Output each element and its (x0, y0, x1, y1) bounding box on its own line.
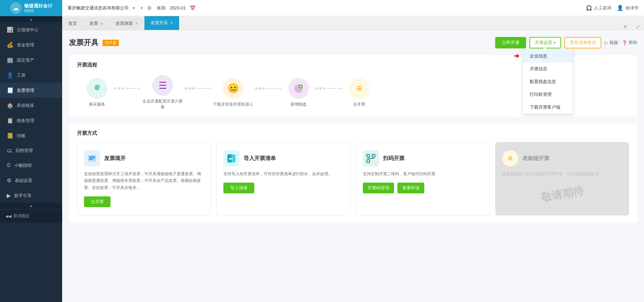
sidebar-item-fund[interactable]: 💰 资金管理 (0, 37, 62, 52)
video-label[interactable]: 视频 (609, 40, 618, 46)
company-dropdown-icon[interactable]: ▾ (133, 6, 135, 10)
flow-step-config: ☰ 企业开通配置开票六要素 (141, 75, 184, 110)
play-icon[interactable]: ▷ (605, 40, 608, 45)
sidebar-item-settlement[interactable]: 📒 结账 (0, 128, 62, 143)
step-download-label: 下载并安装开票机器人 (213, 102, 253, 107)
app-subtitle: 旗舰版 (24, 8, 52, 13)
archive-icon: 🗂 (7, 148, 12, 154)
settlement-icon: 📒 (7, 133, 13, 139)
sidebar-item-invoice[interactable]: 🧾 发票管理 (0, 83, 62, 98)
boss-invoice-icon: ≡ (502, 150, 518, 166)
svg-rect-11 (89, 159, 93, 160)
tab-maximize-btn[interactable]: ⤢ (632, 24, 644, 30)
tab-invoice-open-close[interactable]: ✕ (170, 21, 173, 25)
svg-text:⇤: ⇤ (229, 156, 233, 161)
settings-btn[interactable]: 开票设置 ▾ (529, 37, 561, 48)
settings-sidebar-icon: ⚙ (7, 177, 11, 184)
sidebar-label-fixed-assets: 固定资产 (17, 57, 34, 63)
guide-icon: ▶ (7, 192, 11, 199)
svg-rect-15 (367, 154, 370, 157)
sidebar-scroll-down[interactable]: ▼ (0, 203, 62, 209)
tab-invoice-close[interactable]: ✕ (100, 22, 103, 26)
help-label[interactable]: 帮助 (629, 40, 637, 46)
dropdown-item-download-client[interactable]: 下载开票客户端 (523, 101, 573, 114)
flow-step-download: 😐 下载并安装开票机器人 (211, 78, 255, 107)
sidebar-item-fixed-assets[interactable]: 🏢 固定资产 (0, 52, 62, 68)
sidebar-item-inventory[interactable]: 🏠 库存核算 (0, 98, 62, 113)
logo-icon: ☁ (10, 2, 22, 14)
sidebar-label-fund: 资金管理 (17, 42, 34, 48)
page-title: 发票开具 (69, 38, 98, 48)
fund-icon: 💰 (7, 42, 13, 48)
page-content: 发票开具 待开通 立即开通 开票设置 ▾ (62, 30, 644, 302)
settings-icon[interactable]: ⚙ (147, 5, 152, 11)
sidebar-label-cloud-reports: 云报表中心 (17, 27, 39, 33)
sidebar-item-tax[interactable]: 📋 税务管理 (0, 113, 62, 128)
scan-code-manage-btn[interactable]: 开票码管理 (363, 183, 394, 193)
import-list-btn[interactable]: 导入清单 (223, 183, 254, 193)
sidebar-label-guide: 新手引导 (14, 193, 32, 199)
settings-dropdown-menu: ➔ 企业信息 开票信息 配置税盘信息 (523, 49, 573, 114)
dropdown-item-tax-disk[interactable]: 配置税盘信息 (523, 75, 573, 88)
methods-section: 开票方式 发票填开 支持按照发票样式手工填开发票；可开具增值税电子普通发票、增值… (69, 123, 637, 222)
period-label: 账期 (157, 5, 166, 11)
scan-invoice-icon (363, 150, 379, 166)
sidebar-item-payroll[interactable]: 👤 工资 (0, 68, 62, 83)
import-list-icon: ⇤ (223, 150, 240, 166)
boss-invoice-desc: 查看老板端小程序提交的开票申请，并作出相应的处理 (502, 171, 622, 177)
sidebar-cancel-fixed[interactable]: ◀◀ 取消固定 (0, 209, 62, 223)
svg-rect-9 (89, 156, 95, 157)
boss-invoice-watermark: 敬请期待 (540, 183, 585, 205)
tab-invoice-calc[interactable]: 发票测算 ✕ (110, 17, 144, 30)
flow-step-add-tax: 新增税盘 (282, 78, 315, 107)
activate-btn[interactable]: 立即开通 (495, 37, 526, 48)
step-config-label: 企业开通配置开票六要素 (142, 99, 183, 110)
status-badge: 待开通 (102, 40, 119, 46)
view-application-btn[interactable]: 查看申请 (397, 183, 424, 193)
sidebar-item-guide[interactable]: ▶ 新手引导 (0, 188, 62, 203)
sidebar-scroll-up[interactable]: ▲ (0, 16, 62, 22)
sidebar-label-xiaochang: 小畅报销 (14, 162, 32, 168)
video-help-area: ▷ 视频 | ❓ 帮助 (605, 40, 637, 46)
step-add-tax-label: 新增税盘 (291, 102, 307, 107)
exception-query-btn[interactable]: 异常清单查询 (564, 37, 601, 48)
headset-icon: 🎧 (586, 5, 592, 11)
sidebar-item-archive[interactable]: 🗂 归档管理 (0, 143, 62, 158)
dropdown-item-printer[interactable]: 打印机管理 (523, 88, 573, 101)
method-card-boss: ≡ 老板端开票 查看老板端小程序提交的开票申请，并作出相应的处理 敬请期待 (495, 142, 629, 216)
tab-close-btn[interactable]: ✕ (619, 24, 632, 30)
red-arrow-icon: ➔ (514, 52, 519, 60)
dropdown-item-invoice-info[interactable]: 开票信息 (523, 63, 573, 75)
manual-fill-desc: 支持按照发票样式手工填开发票；可开具增值税电子普通发票、增值税普通发票、增值税专… (84, 171, 204, 191)
inventory-icon: 🏠 (7, 102, 13, 109)
sidebar-label-tax: 税务管理 (17, 118, 34, 124)
dropdown-item-company-info[interactable]: 企业信息 (523, 50, 573, 63)
tab-invoice-calc-close[interactable]: ✕ (135, 22, 138, 26)
manual-fill-title: 发票填开 (104, 155, 126, 162)
tab-bar: 首页 发票 ✕ 发票测算 ✕ 发票开具 ✕ ✕ ⤢ (62, 16, 644, 30)
company-name[interactable]: 重庆畅捷交通信息咨询有限公司 (68, 5, 129, 11)
calendar-icon[interactable]: 📅 (190, 5, 196, 11)
tab-invoice-open[interactable]: 发票开具 ✕ (144, 16, 179, 30)
sidebar-label-invoice: 发票管理 (17, 87, 34, 93)
scan-invoice-desc: 支持定制开票二维码，客户端可扫码开票 (363, 171, 483, 177)
sidebar-item-settings[interactable]: ⚙ 基础设置 (0, 173, 62, 188)
manual-fill-btn[interactable]: 去开票 (84, 196, 111, 207)
method-card-manual: 发票填开 支持按照发票样式手工填开发票；可开具增值税电子普通发票、增值税普通发票… (77, 142, 211, 216)
period-value: 2023-01 (170, 5, 186, 10)
user-area[interactable]: 👤 徐泽华 (617, 5, 639, 11)
flow-step-buy: 购买服务 (80, 78, 114, 107)
step-go-invoice-label: 去开票 (353, 102, 365, 107)
import-list-title: 导入开票清单 (244, 155, 276, 162)
support-btn[interactable]: 🎧 人工咨询 (586, 5, 611, 11)
unpin-icon: ◀◀ (5, 214, 11, 219)
svg-rect-17 (367, 160, 370, 162)
sidebar-item-cloud-reports[interactable]: 📊 云报表中心 (0, 22, 62, 37)
sidebar-item-xiaochang[interactable]: © 小畅报销 (0, 158, 62, 173)
add-company-icon[interactable]: + (140, 5, 143, 11)
step-buy-label: 购买服务 (89, 102, 105, 107)
tab-invoice[interactable]: 发票 ✕ (83, 17, 110, 30)
tab-home[interactable]: 首页 (62, 17, 83, 30)
logo-area: ☁ 畅捷通好会计 旗舰版 (0, 0, 62, 16)
method-card-import: ⇤ 导入开票清单 支持导入待开票清单，可对待开票清单进行拆分、合并处理。 导入清… (216, 142, 350, 216)
